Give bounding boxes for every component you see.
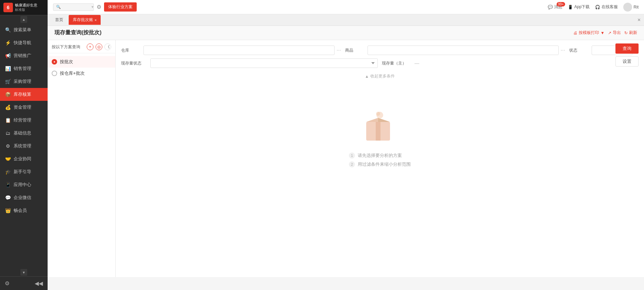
user-avatar bbox=[623, 3, 632, 12]
system-icon: ⚙ bbox=[5, 143, 11, 149]
filter-row1: 仓库 ··· 商品 ··· 状态 ▼ bbox=[121, 46, 639, 55]
sidebar-footer: ⚙ ◀◀ bbox=[0, 276, 48, 290]
topbar-gear-btn[interactable]: ⚙ bbox=[97, 4, 101, 10]
sidebar-item-inventory[interactable]: 📦 库存核算 bbox=[0, 88, 48, 101]
sidebar-item-system[interactable]: ⚙ 系统管理 bbox=[0, 140, 48, 152]
tab-home[interactable]: 首页 bbox=[51, 15, 67, 25]
print-btn[interactable]: 🖨 按模板打印 ▼ bbox=[573, 30, 605, 36]
sidebar-nav: 🔍 搜索菜单 ⚡ 快捷导航 📢 营销推广 📊 销售管理 🛒 采购管理 📦 库存核… bbox=[0, 23, 48, 268]
topbar-dropdown-icon[interactable]: ▼ bbox=[91, 5, 94, 9]
plan-inactive-dot bbox=[52, 71, 57, 76]
topbar-search-input[interactable] bbox=[62, 5, 89, 10]
export-icon: ↗ bbox=[608, 31, 611, 35]
action-buttons: 查询 设置 bbox=[615, 43, 639, 67]
plan-item-batch[interactable]: ● 按批次 bbox=[48, 56, 115, 68]
sidebar-scroll-down[interactable]: ▼ bbox=[0, 268, 48, 276]
plan-item-warehouse-batch[interactable]: 按仓库+批次 bbox=[48, 68, 115, 79]
sidebar-item-member[interactable]: 👑 畅会员 bbox=[0, 204, 48, 217]
tabs-close-all-btn[interactable]: × bbox=[638, 17, 641, 23]
body-layout: 按以下方案查询 + ◎ 《 ● 按批次 按仓库+批次 bbox=[48, 40, 644, 277]
app-download-btn[interactable]: 📱 App下载 bbox=[568, 4, 590, 10]
user-area[interactable]: Rit bbox=[623, 3, 639, 12]
sidebar-item-wechat[interactable]: 💬 企业微信 bbox=[0, 191, 48, 204]
tip-item-1: 1 请先选择要分析的方案 bbox=[349, 151, 411, 160]
settings-plan-btn[interactable]: ◎ bbox=[96, 43, 102, 50]
topbar-search-area[interactable]: 🔍 ▼ bbox=[53, 3, 94, 11]
settings-filter-btn[interactable]: 设置 bbox=[615, 56, 639, 67]
inventory-status-label: 现存量状态 bbox=[121, 60, 148, 66]
empty-illustration bbox=[359, 108, 400, 146]
marketing-icon: 📢 bbox=[5, 53, 11, 59]
sales-icon: 📊 bbox=[5, 66, 11, 72]
sidebar-item-quick[interactable]: ⚡ 快捷导航 bbox=[0, 36, 48, 49]
sidebar-item-newbie[interactable]: 🎓 新手引导 bbox=[0, 165, 48, 178]
wechat-icon: 💬 bbox=[5, 195, 11, 201]
inventory-status-select[interactable] bbox=[150, 58, 378, 68]
sidebar-item-sales[interactable]: 📊 销售管理 bbox=[0, 62, 48, 75]
filter-collapse-btn[interactable]: ▲ 收起更多条件 bbox=[121, 71, 639, 81]
sidebar: 6 畅康通好生意 标准版 ▲ 🔍 搜索菜单 ⚡ 快捷导航 📢 营销推广 📊 销售… bbox=[0, 0, 48, 290]
online-service-btn[interactable]: 🎧 在线客服 bbox=[595, 4, 618, 10]
sidebar-item-search[interactable]: 🔍 搜索菜单 bbox=[0, 23, 48, 36]
left-panel-header: 按以下方案查询 + ◎ 《 bbox=[48, 43, 115, 53]
left-panel-actions: + ◎ 《 bbox=[87, 43, 111, 50]
scroll-down-arrow[interactable]: ▼ bbox=[20, 269, 27, 276]
message-btn[interactable]: 💬 消息 99+ bbox=[548, 4, 562, 10]
product-more-icon[interactable]: ··· bbox=[561, 47, 565, 53]
sidebar-item-marketing[interactable]: 📢 营销推广 bbox=[0, 49, 48, 62]
print-dropdown-icon[interactable]: ▼ bbox=[600, 31, 605, 35]
sidebar-collapse-btn[interactable]: ◀◀ bbox=[35, 280, 43, 287]
export-btn[interactable]: ↗ 导出 bbox=[608, 30, 621, 36]
operations-icon: 📋 bbox=[5, 117, 11, 123]
collapse-label: 收起更多条件 bbox=[370, 73, 395, 79]
left-panel: 按以下方案查询 + ◎ 《 ● 按批次 按仓库+批次 bbox=[48, 40, 116, 277]
finance-icon: 💰 bbox=[5, 104, 11, 110]
message-badge: 99+ bbox=[557, 2, 565, 6]
topbar-right: 💬 消息 99+ 📱 App下载 🎧 在线客服 Rit bbox=[548, 3, 639, 12]
basic-icon: 🗂 bbox=[5, 130, 11, 136]
right-area: 仓库 ··· 商品 ··· 状态 ▼ bbox=[116, 40, 644, 277]
settings-icon[interactable]: ⚙ bbox=[5, 280, 10, 287]
experience-btn[interactable]: 体验行业方案 bbox=[104, 2, 137, 12]
appstore-icon: 📱 bbox=[5, 182, 11, 188]
sidebar-item-purchase[interactable]: 🛒 采购管理 bbox=[0, 75, 48, 88]
quick-nav-icon: ⚡ bbox=[5, 40, 11, 46]
svg-marker-1 bbox=[366, 118, 378, 122]
filter-product: 商品 ··· bbox=[345, 46, 565, 55]
empty-box-svg bbox=[359, 108, 400, 146]
member-icon: 👑 bbox=[5, 207, 11, 214]
tab-inventory-batch[interactable]: 库存批次账 × bbox=[69, 15, 101, 25]
sidebar-scroll-up[interactable]: ▲ bbox=[0, 15, 48, 23]
message-icon: 💬 bbox=[548, 5, 553, 10]
tab-close-icon[interactable]: × bbox=[95, 18, 97, 22]
sidebar-item-basic[interactable]: 🗂 基础信息 bbox=[0, 127, 48, 140]
page-header: 现存量查询(按批次) 🖨 按模板打印 ▼ ↗ 导出 ↻ 刷新 bbox=[48, 26, 644, 40]
product-input[interactable] bbox=[368, 46, 559, 55]
sidebar-header: 6 畅康通好生意 标准版 bbox=[0, 0, 48, 15]
tabs-bar: 首页 库存批次账 × × bbox=[48, 14, 644, 26]
warehouse-more-icon[interactable]: ··· bbox=[337, 47, 341, 53]
headset-icon: 🎧 bbox=[595, 5, 600, 10]
company-name: 畅康通好生意 bbox=[15, 3, 37, 7]
enterprise-icon: 🤝 bbox=[5, 156, 11, 162]
main-area: 🔍 ▼ ⚙ 体验行业方案 💬 消息 99+ 📱 App下载 🎧 在线客服 bbox=[48, 0, 644, 290]
page-title: 现存量查询(按批次) bbox=[54, 29, 102, 36]
filter-row2: 现存量状态 现存量（主） — bbox=[121, 58, 639, 68]
page-content: 现存量查询(按批次) 🖨 按模板打印 ▼ ↗ 导出 ↻ 刷新 bbox=[48, 26, 644, 290]
inventory-qty-label: 现存量（主） bbox=[382, 60, 409, 66]
status-label: 状态 bbox=[569, 48, 590, 53]
add-plan-btn[interactable]: + bbox=[87, 43, 94, 50]
sidebar-item-appstore[interactable]: 📱 应用中心 bbox=[0, 178, 48, 191]
collapse-panel-btn[interactable]: 《 bbox=[104, 43, 111, 50]
refresh-btn[interactable]: ↻ 刷新 bbox=[624, 30, 637, 36]
app-version: 标准版 bbox=[15, 7, 37, 12]
query-btn[interactable]: 查询 bbox=[615, 43, 639, 54]
warehouse-input[interactable] bbox=[143, 46, 335, 55]
sidebar-item-finance[interactable]: 💰 资金管理 bbox=[0, 101, 48, 114]
topbar-left: 🔍 ▼ ⚙ 体验行业方案 bbox=[53, 2, 544, 12]
scroll-up-arrow[interactable]: ▲ bbox=[20, 16, 27, 23]
sidebar-item-operations[interactable]: 📋 经营管理 bbox=[0, 114, 48, 127]
app-logo: 6 bbox=[3, 3, 13, 12]
newbie-icon: 🎓 bbox=[5, 169, 11, 175]
sidebar-item-enterprise[interactable]: 🤝 企业协同 bbox=[0, 152, 48, 165]
